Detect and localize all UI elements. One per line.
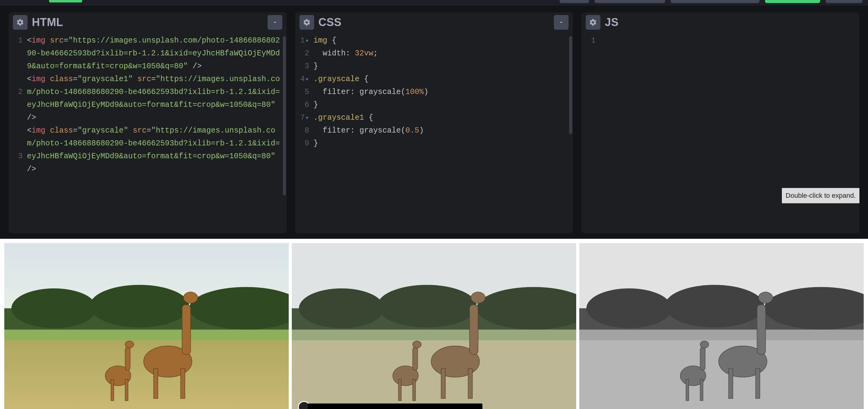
js-editor[interactable]: 1 Double-click to expand. [582, 32, 860, 233]
t: grayscale [360, 126, 401, 135]
top-btn[interactable] [671, 0, 760, 3]
preview-image-3 [579, 243, 864, 409]
svg-rect-13 [125, 347, 130, 370]
expand-tooltip: Double-click to expand. [782, 188, 860, 203]
svg-rect-33 [412, 379, 415, 401]
t: .grayscale [314, 75, 360, 83]
top-toolbar [0, 0, 868, 5]
svg-point-48 [700, 341, 709, 348]
t: /> [27, 113, 36, 122]
svg-rect-6 [4, 340, 289, 409]
t: width [323, 49, 346, 58]
svg-rect-8 [182, 305, 191, 354]
t: src [50, 36, 64, 45]
panel-header-js: JS [582, 12, 860, 32]
t: .grayscale1 [314, 113, 364, 122]
panel-header-css: CSS [295, 12, 573, 32]
t: grayscale [82, 126, 124, 135]
t: < [27, 126, 32, 135]
svg-rect-42 [757, 305, 766, 354]
svg-point-20 [377, 285, 476, 327]
line-number: 2 [8, 86, 23, 99]
t: src [133, 126, 147, 135]
line-number: 4▾ [295, 73, 309, 86]
t: < [27, 75, 32, 83]
panel-title-css: CSS [318, 16, 342, 29]
top-btn[interactable] [595, 0, 665, 3]
t: grayscale1 [82, 75, 128, 83]
line-number: 3 [295, 60, 309, 73]
svg-rect-27 [441, 369, 445, 398]
panel-html: HTML 1 ... 2 .... 3 <img src="https://im… [8, 12, 286, 233]
t: src [137, 75, 151, 83]
svg-rect-11 [181, 369, 185, 398]
t: = [73, 75, 78, 83]
line-number: 9 [295, 137, 309, 150]
t: class [50, 126, 73, 135]
top-btn[interactable] [826, 0, 863, 3]
t: img [32, 36, 45, 45]
t: 100% [405, 88, 424, 96]
line-number: 1▾ [295, 34, 309, 47]
preview-image-1 [4, 243, 289, 409]
t: 32vw [355, 49, 373, 58]
preview-image-2 [292, 243, 576, 409]
t: class [50, 75, 73, 83]
panel-js: JS 1 Double-click to expand. [582, 12, 860, 233]
line-number: 7▾ [295, 111, 309, 124]
t: < [27, 36, 32, 45]
badge [49, 0, 82, 2]
svg-point-36 [586, 288, 672, 328]
panel-title-html: HTML [32, 16, 63, 29]
gear-icon[interactable] [300, 15, 314, 30]
line-number: 3 [8, 150, 23, 163]
html-code[interactable]: <img src="https://images.unsplash.com/ph… [27, 32, 286, 233]
gear-icon[interactable] [13, 15, 28, 30]
svg-point-19 [299, 288, 384, 328]
t: img [314, 36, 327, 45]
svg-point-2 [11, 288, 97, 328]
line-number: 2 [295, 47, 309, 60]
line-number: 5 [295, 86, 309, 99]
svg-rect-49 [686, 379, 689, 401]
line-number: 1 [582, 34, 595, 47]
panel-title-js: JS [605, 16, 619, 29]
chevron-down-icon[interactable] [268, 15, 282, 30]
svg-point-37 [664, 285, 764, 327]
t: 0.5 [405, 126, 419, 135]
css-editor[interactable]: 1▾ 2 3 4▾ 5 6 7▾ 8 9 img { width: 32vw;}… [295, 32, 573, 233]
gutter: 1 ... 2 .... 3 [8, 32, 27, 233]
svg-point-3 [90, 285, 189, 327]
chevron-down-icon[interactable] [554, 15, 568, 30]
t: /> [192, 62, 202, 71]
t: img [32, 75, 45, 83]
top-btn-primary[interactable] [765, 0, 820, 3]
top-btn[interactable] [560, 0, 589, 3]
panel-css: CSS 1▾ 2 3 4▾ 5 6 7▾ 8 9 img { width: 32… [295, 12, 573, 233]
t: filter [323, 126, 350, 135]
html-editor[interactable]: 1 ... 2 .... 3 <img src="https://images.… [8, 32, 286, 233]
svg-rect-16 [125, 379, 128, 401]
svg-rect-23 [292, 340, 576, 409]
svg-rect-50 [700, 379, 703, 401]
css-code[interactable]: img { width: 32vw;}.grayscale { filter: … [314, 32, 573, 233]
t: = [147, 126, 151, 135]
gear-icon[interactable] [586, 15, 600, 30]
svg-rect-44 [728, 369, 733, 398]
t: = [64, 36, 68, 45]
gutter: 1 [582, 32, 600, 233]
svg-rect-47 [700, 347, 705, 370]
scrollbar[interactable] [569, 36, 572, 134]
t: filter [323, 88, 350, 96]
t: img [32, 126, 45, 135]
line-number: 8 [295, 124, 309, 137]
t: = [151, 75, 156, 83]
svg-rect-30 [412, 347, 417, 370]
svg-point-26 [471, 292, 485, 303]
svg-rect-40 [579, 340, 864, 409]
scrollbar[interactable] [283, 36, 286, 195]
gutter: 1▾ 2 3 4▾ 5 6 7▾ 8 9 [295, 32, 314, 233]
svg-point-31 [412, 341, 421, 348]
t: = [73, 126, 78, 135]
svg-point-43 [758, 292, 773, 303]
